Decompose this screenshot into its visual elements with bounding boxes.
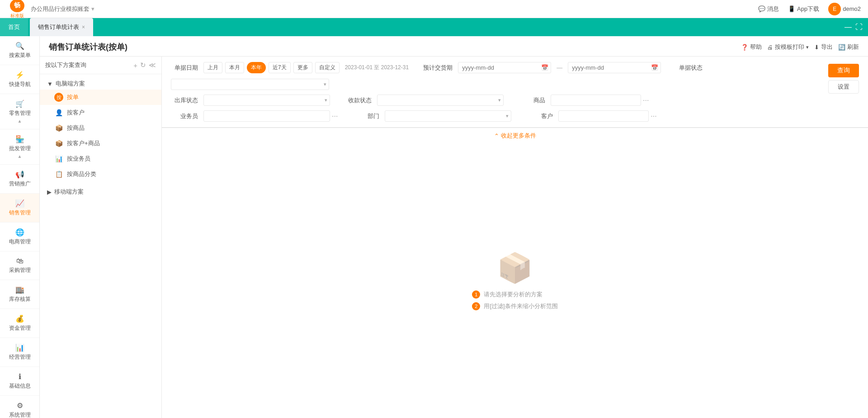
- empty-illustration: 📦: [497, 251, 533, 285]
- message-button[interactable]: 💬 消息: [758, 5, 779, 13]
- refresh-scheme-icon[interactable]: ↻: [140, 61, 146, 69]
- export-button[interactable]: ⬇ 导出: [814, 43, 833, 51]
- inventory-icon: 🏬: [15, 285, 24, 294]
- empty-step-2: 2 用[过滤]条件来缩小分析范围: [472, 302, 557, 310]
- customer-input-area: ···: [558, 110, 656, 122]
- empty-step-1: 1 请先选择要分析的方案: [472, 290, 557, 299]
- date-range-text: 2023-01-01 至 2023-12-31: [345, 64, 409, 71]
- collapse-bar[interactable]: ⌃ 收起更多条件: [162, 128, 868, 143]
- scheme-item-by-customer-goods[interactable]: 📦 按客户+商品: [40, 136, 161, 151]
- sidebar-item-search-menu[interactable]: 🔍 搜索菜单: [0, 36, 39, 65]
- sidebar-item-system[interactable]: ⚙ 系统管理: [0, 396, 39, 418]
- sidebar-item-operation[interactable]: 📊 经营管理: [0, 338, 39, 367]
- retail-arrow-icon: ▲: [18, 119, 22, 124]
- query-button[interactable]: 查询: [828, 64, 859, 77]
- tab-right-actions: — ⛶: [844, 18, 868, 36]
- scheme-customer-icon: 👤: [54, 108, 63, 117]
- message-icon: 💬: [758, 5, 765, 12]
- app-icon: 📱: [788, 5, 795, 12]
- step-1-text: 请先选择要分析的方案: [484, 290, 542, 299]
- sidebar-item-basic[interactable]: ℹ 基础信息: [0, 367, 39, 396]
- tab-sales-order[interactable]: 销售订单统计表 ×: [30, 18, 93, 36]
- goods-input[interactable]: [551, 95, 641, 106]
- print-icon: 🖨: [767, 44, 773, 51]
- logo-box: 畅 标准版: [7, 0, 27, 19]
- app-download-button[interactable]: 📱 App下载: [788, 5, 819, 13]
- sidebar-item-purchase[interactable]: 🛍 采购管理: [0, 252, 39, 280]
- refresh-button[interactable]: 🔄 刷新: [838, 43, 859, 51]
- date-btn-more[interactable]: 更多: [293, 62, 312, 73]
- customer-dots[interactable]: ···: [651, 112, 656, 120]
- purchase-icon: 🛍: [16, 257, 24, 265]
- goods-dots[interactable]: ···: [643, 96, 649, 104]
- tab-home[interactable]: 首页: [0, 18, 28, 36]
- sidebar-item-marketing[interactable]: 📢 营销推广: [0, 165, 39, 194]
- date-btn-this-year[interactable]: 本年: [247, 62, 266, 73]
- sidebar-item-retail[interactable]: 🛒 零售管理 ▲: [0, 94, 39, 129]
- export-icon: ⬇: [814, 44, 819, 51]
- salesman-label: 业务员: [171, 112, 198, 120]
- scheme-item-label: 按客户+商品: [67, 139, 100, 147]
- department-select[interactable]: [385, 110, 511, 122]
- breadcrumb: 办公用品行业模拟账套 ▾: [31, 5, 94, 13]
- sidebar-item-finance[interactable]: 💰 资金管理: [0, 309, 39, 338]
- expected-date-to[interactable]: [568, 62, 661, 73]
- empty-steps: 1 请先选择要分析的方案 2 用[过滤]条件来缩小分析范围: [472, 290, 557, 310]
- mobile-group-toggle[interactable]: ▶ 移动端方案: [40, 185, 161, 199]
- right-panel: 单据日期 上月 本月 本年 近7天 更多 自定义 2023-01-01 至 20…: [162, 57, 868, 418]
- customer-input[interactable]: [558, 110, 649, 122]
- sidebar-item-label: 批发管理: [9, 145, 31, 152]
- filter-row-1: 单据日期 上月 本月 本年 近7天 更多 自定义 2023-01-01 至 20…: [171, 62, 821, 90]
- help-button[interactable]: ❓ 帮助: [741, 43, 762, 51]
- scheme-item-by-customer[interactable]: 👤 按客户: [40, 105, 161, 120]
- tab-close-icon[interactable]: ×: [82, 24, 85, 30]
- sidebar-item-inventory[interactable]: 🏬 库存核算: [0, 280, 39, 309]
- pc-group-toggle[interactable]: ▼ 电脑端方案: [40, 77, 161, 90]
- scheme-selected-icon: 按: [54, 93, 63, 102]
- date-btn-7days[interactable]: 近7天: [269, 62, 291, 73]
- date-btn-custom[interactable]: 自定义: [315, 62, 340, 73]
- message-label: 消息: [767, 5, 779, 13]
- expected-date-from[interactable]: [458, 62, 551, 73]
- expected-date-label: 预计交货期: [423, 64, 453, 72]
- setting-button[interactable]: 设置: [828, 80, 859, 94]
- out-status-label: 出库状态: [171, 96, 198, 104]
- payment-status-select[interactable]: [377, 95, 504, 106]
- breadcrumb-arrow-icon[interactable]: ▾: [91, 5, 94, 12]
- sidebar-item-label: 搜索菜单: [9, 52, 31, 59]
- scheme-item-by-order[interactable]: 按 按单: [40, 90, 161, 105]
- add-scheme-icon[interactable]: +: [133, 62, 137, 69]
- print-button[interactable]: 🖨 按模板打印 ▾: [767, 43, 809, 51]
- topbar: 畅 标准版 办公用品行业模拟账套 ▾ 💬 消息 📱 App下载 E demo2: [0, 0, 868, 18]
- sidebar-item-wholesale[interactable]: 🏪 批发管理 ▲: [0, 129, 39, 165]
- user-menu[interactable]: E demo2: [828, 3, 861, 15]
- sidebar-item-label: 经营管理: [9, 353, 31, 361]
- salesman-dots[interactable]: ···: [332, 112, 338, 120]
- expected-date-to-wrap: 📅: [568, 62, 661, 73]
- out-status-select[interactable]: [203, 95, 330, 106]
- sidebar-item-sales[interactable]: 📈 销售管理: [0, 194, 39, 223]
- left-panel-actions: + ↻ ≪: [133, 61, 156, 69]
- sidebar-item-label: 库存核算: [9, 295, 31, 303]
- minimize-icon[interactable]: —: [844, 23, 852, 31]
- scheme-item-by-salesman[interactable]: 📊 按业务员: [40, 151, 161, 166]
- scheme-customer-goods-icon: 📦: [54, 139, 63, 148]
- empty-state: 📦 1 请先选择要分析的方案 2 用[过滤]条件来缩小分析范围: [162, 143, 868, 418]
- scheme-item-by-category[interactable]: 📋 按商品分类: [40, 166, 161, 182]
- date-btn-this-month[interactable]: 本月: [225, 62, 244, 73]
- step-2-num: 2: [472, 302, 480, 310]
- maximize-icon[interactable]: ⛶: [855, 23, 863, 31]
- left-panel: 按以下方案查询 + ↻ ≪ ▼ 电脑端方案 按 按单: [40, 57, 162, 418]
- step-2-text: 用[过滤]条件来缩小分析范围: [484, 302, 557, 310]
- scheme-item-by-goods[interactable]: 📦 按商品: [40, 120, 161, 136]
- salesman-input[interactable]: [203, 110, 330, 122]
- department-select-wrap: [385, 110, 511, 122]
- sidebar-item-label: 采购管理: [9, 266, 31, 274]
- date-btn-last-month[interactable]: 上月: [203, 62, 222, 73]
- sidebar-item-quick-nav[interactable]: ⚡ 快捷导航: [0, 65, 39, 94]
- status-select[interactable]: [171, 79, 329, 90]
- tabbar: 首页 销售订单统计表 × — ⛶: [0, 18, 868, 36]
- collapse-panel-icon[interactable]: ≪: [149, 61, 156, 69]
- sidebar-item-ecommerce[interactable]: 🌐 电商管理: [0, 223, 39, 252]
- filter-row-3: 业务员 ··· 部门: [171, 110, 821, 122]
